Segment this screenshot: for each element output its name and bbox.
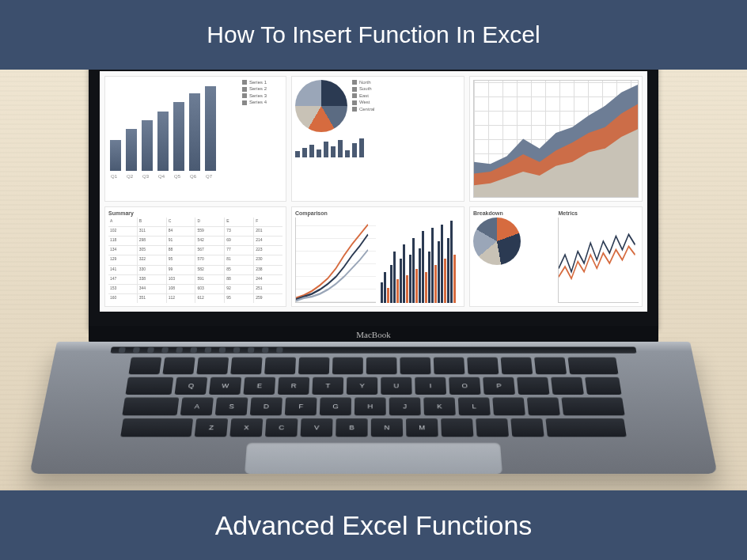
panel-pie-chart: North South East West Central (291, 76, 465, 202)
pie-chart-2-icon (473, 218, 521, 265)
laptop-touchbar (110, 346, 636, 354)
small-line-chart (558, 218, 639, 303)
panel-title: Summary (108, 210, 282, 216)
panel-title: Metrics (558, 210, 639, 216)
pie-chart-icon (295, 80, 347, 132)
bottom-banner: Advanced Excel Functions (0, 490, 747, 560)
laptop-brand-strip: MacBook (89, 326, 658, 343)
panel-bar-chart: Q1 Q2 Q3 Q4 Q5 Q6 Q7 Series 1 Serie (104, 76, 286, 202)
bar-chart (108, 80, 237, 174)
panel-title: Comparison (295, 210, 461, 216)
bar-legend: Series 1 Series 2 Series 3 Series 4 (242, 80, 282, 198)
laptop-brand-text: MacBook (356, 330, 390, 339)
top-banner: How To Insert Function In Excel (0, 0, 747, 70)
mini-bar-chart (295, 137, 461, 157)
panel-breakdown: Breakdown Metrics (469, 206, 643, 307)
dense-bars (381, 218, 461, 303)
panel-area-chart (469, 76, 643, 202)
panel-spreadsheet: Summary ABCDEF 1023118455973201 11829891… (104, 206, 286, 307)
hero-image-area: Q1 Q2 Q3 Q4 Q5 Q6 Q7 Series 1 Serie (0, 70, 747, 490)
panel-title: Breakdown (473, 210, 554, 216)
top-banner-title: How To Insert Function In Excel (207, 21, 540, 48)
laptop-illustration: Q1 Q2 Q3 Q4 Q5 Q6 Q7 Series 1 Serie (65, 70, 682, 490)
area-chart (473, 80, 639, 198)
laptop-screen-frame: Q1 Q2 Q3 Q4 Q5 Q6 Q7 Series 1 Serie (89, 70, 658, 329)
spreadsheet-grid: ABCDEF 1023118455973201 1182989154269214… (108, 218, 282, 303)
laptop-keyboard: QW ERT YUI OP AS DFG HJK L ZX CVB NM (96, 358, 650, 437)
laptop-base: QW ERT YUI OP AS DFG HJK L ZX CVB NM (29, 342, 717, 474)
laptop-trackpad (245, 443, 502, 474)
dashboard-screen: Q1 Q2 Q3 Q4 Q5 Q6 Q7 Series 1 Serie (100, 71, 647, 312)
bar-axis-labels: Q1 Q2 Q3 Q4 Q5 Q6 Q7 (108, 174, 237, 179)
growth-lines (295, 218, 376, 303)
panel-line-chart: Comparison (291, 206, 465, 307)
bottom-banner-title: Advanced Excel Functions (215, 510, 533, 541)
pie-legend: North South East West Central (352, 80, 374, 112)
